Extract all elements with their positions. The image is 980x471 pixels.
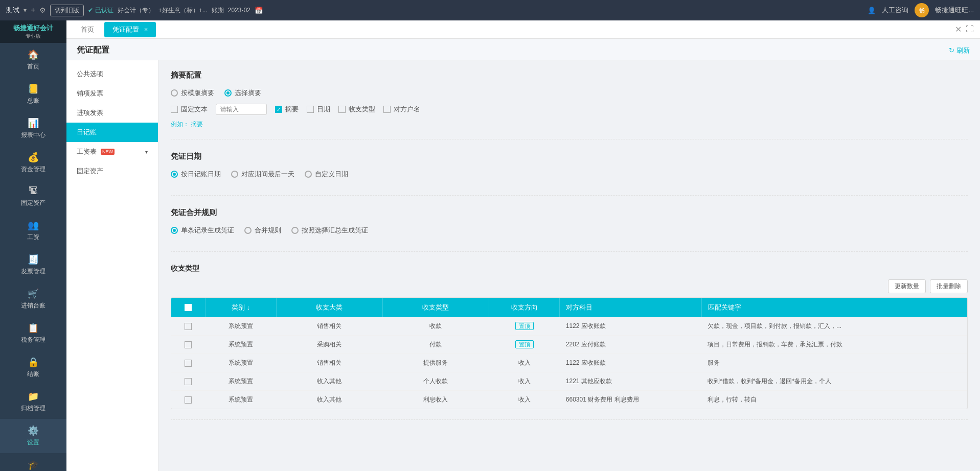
switch-version-button[interactable]: 切到旧版 — [50, 5, 84, 16]
summary-section: 摘要配置 按模版摘要 选择摘要 — [171, 70, 968, 139]
row-bigcategory-2: 销售相关 — [276, 354, 382, 372]
row-checkbox-2[interactable] — [185, 360, 192, 367]
ledger-icon: 📒 — [28, 83, 39, 95]
avatar[interactable]: 畅 — [915, 3, 929, 17]
topbar: 测试 ▾ + ⚙ 切到旧版 ✔ 已认证 好会计（专） +好生意（标）+... 账… — [0, 0, 980, 20]
refresh-button[interactable]: ↻ 刷新 — [949, 46, 970, 55]
left-nav-purchase-invoice-label: 进项发票 — [77, 108, 103, 117]
tab-voucher-config[interactable]: 凭证配置 × — [104, 22, 156, 37]
radio-select-total[interactable]: 按照选择汇总生成凭证 — [291, 226, 368, 235]
refresh-label: 刷新 — [956, 46, 970, 55]
radio-period-last-circle — [231, 171, 238, 178]
row-checkbox-1[interactable] — [185, 341, 192, 348]
example-text: 例如： 摘要 — [171, 120, 968, 129]
checkbox-date-label: 日期 — [317, 105, 330, 114]
tab-voucher-config-label: 凭证配置 — [112, 26, 139, 33]
radio-custom-date-label: 自定义日期 — [315, 170, 348, 179]
company-name: 测试 — [6, 6, 19, 15]
left-nav-item-public[interactable]: 公共选项 — [66, 64, 158, 84]
radio-journal-date[interactable]: 按日记账日期 — [171, 170, 221, 179]
row-account-3: 1221 其他应收款 — [560, 372, 701, 391]
radio-custom-date[interactable]: 自定义日期 — [305, 170, 348, 179]
update-count-button[interactable]: 更新数量 — [888, 279, 926, 293]
sidebar-item-purchase[interactable]: 🛒 进销台账 — [0, 282, 66, 316]
row-checkbox-cell — [171, 317, 206, 336]
content-area: 首页 凭证配置 × ✕ ⛶ 凭证配置 ↻ 刷新 公共选项 — [66, 20, 980, 471]
row-direction-2: 收入 — [489, 354, 560, 372]
row-direction-1: 置顶 — [489, 336, 560, 354]
left-nav-item-fixed-assets-sub[interactable]: 固定资产 — [66, 161, 158, 181]
sidebar-item-closing-label: 结账 — [27, 370, 39, 379]
row-direction-0: 置顶 — [489, 317, 560, 336]
select-all-checkbox[interactable] — [185, 304, 192, 311]
table-row: 系统预置 销售相关 提供服务 收入 1122 应收账款 服务 — [171, 354, 967, 372]
checkbox-fixed-text[interactable]: 固定文本 — [171, 105, 208, 114]
radio-template-summary[interactable]: 按模版摘要 — [171, 88, 214, 98]
radio-single-record[interactable]: 单条记录生成凭证 — [171, 226, 234, 235]
row-checkbox-0[interactable] — [185, 323, 192, 330]
left-nav-item-journal[interactable]: 日记账 — [66, 123, 158, 142]
sidebar-item-home[interactable]: 🏠 首页 — [0, 43, 66, 77]
left-nav-item-purchase-invoice[interactable]: 进项发票 — [66, 103, 158, 123]
sidebar-item-guide[interactable]: 🎓 新手引导 — [0, 453, 66, 471]
gear-icon[interactable]: ⚙ — [39, 6, 46, 14]
sidebar-item-funds-label: 资金管理 — [21, 165, 45, 174]
username: 畅捷通旺旺... — [935, 6, 974, 15]
tab-close-icon[interactable]: × — [144, 26, 148, 33]
chevron-down-icon[interactable]: ▾ — [24, 7, 27, 14]
table-row: 系统预置 收入其他 个人收款 收入 1221 其他应收款 收到*借款，收到*备用… — [171, 372, 967, 391]
batch-delete-button[interactable]: 批量删除 — [930, 279, 968, 293]
checkbox-date[interactable]: 日期 — [307, 105, 330, 114]
row-type-1: 付款 — [382, 336, 489, 354]
window-close-icon[interactable]: ✕ — [955, 25, 962, 34]
radio-template-circle — [171, 89, 178, 97]
row-keywords-3: 收到*借款，收到*备用金，退回*备用金，个人 — [701, 372, 967, 391]
th-bigcategory: 收支大类 — [276, 298, 382, 317]
sidebar-item-reports[interactable]: 📊 报表中心 — [0, 111, 66, 146]
summary-section-title: 摘要配置 — [171, 70, 968, 80]
topbar-left: 测试 ▾ + ⚙ 切到旧版 ✔ 已认证 好会计（专） +好生意（标）+... 账… — [6, 5, 263, 16]
row-checkbox-cell — [171, 372, 206, 391]
sidebar-item-closing[interactable]: 🔒 结账 — [0, 350, 66, 385]
fixed-text-input[interactable] — [216, 104, 267, 115]
reset-badge-0[interactable]: 置顶 — [515, 322, 534, 330]
left-nav: 公共选项 销项发票 进项发票 日记账 工资表 NEW ▾ 固定资产 — [66, 60, 158, 471]
left-nav-item-sales-invoice[interactable]: 销项发票 — [66, 84, 158, 103]
checkbox-counterparty[interactable]: 对方户名 — [383, 105, 420, 114]
sidebar-item-settings[interactable]: ⚙️ 设置 — [0, 419, 66, 453]
radio-select-summary[interactable]: 选择摘要 — [224, 88, 261, 98]
reports-icon: 📊 — [28, 117, 39, 129]
checkbox-counterparty-box — [383, 106, 391, 113]
checkbox-fixed-text-label: 固定文本 — [181, 105, 208, 114]
th-checkbox[interactable] — [171, 298, 206, 317]
checkbox-income-type-box — [338, 106, 346, 113]
table-row: 系统预置 收入其他 利息收入 收入 660301 财务费用 利息费用 利息，行转… — [171, 391, 967, 409]
left-nav-item-payroll-table[interactable]: 工资表 NEW ▾ — [66, 142, 158, 161]
checkbox-summary[interactable]: ✓ 摘要 — [275, 105, 299, 114]
window-expand-icon[interactable]: ⛶ — [966, 25, 974, 34]
sidebar-item-invoice[interactable]: 🧾 发票管理 — [0, 248, 66, 282]
sidebar-item-tax[interactable]: 📋 税务管理 — [0, 316, 66, 350]
row-checkbox-3[interactable] — [185, 378, 192, 385]
table-header-actions: 更新数量 批量删除 — [171, 279, 968, 293]
example-prefix: 例如： — [171, 121, 189, 128]
sidebar-item-archive[interactable]: 📁 归档管理 — [0, 385, 66, 419]
calendar-icon[interactable]: 📅 — [255, 7, 263, 14]
sidebar-item-payroll[interactable]: 👥 工资 — [0, 214, 66, 248]
row-checkbox-4[interactable] — [185, 396, 192, 404]
radio-period-last[interactable]: 对应期间最后一天 — [231, 170, 294, 179]
radio-select-total-circle — [291, 227, 299, 234]
sidebar-item-tax-label: 税务管理 — [21, 336, 45, 344]
add-icon[interactable]: + — [31, 6, 35, 15]
checkbox-income-type[interactable]: 收支类型 — [338, 105, 375, 114]
reset-badge-1[interactable]: 置顶 — [515, 340, 534, 348]
sidebar-item-funds[interactable]: 💰 资金管理 — [0, 146, 66, 180]
sidebar-item-ledger[interactable]: 📒 总账 — [0, 77, 66, 111]
radio-merge-rules[interactable]: 合并规则 — [244, 226, 281, 235]
tab-home[interactable]: 首页 — [73, 22, 102, 37]
row-account-2: 1122 应收账款 — [560, 354, 701, 372]
sidebar-item-fixed-assets[interactable]: 🏗 固定资产 — [0, 180, 66, 214]
support-text[interactable]: 人工咨询 — [882, 6, 908, 15]
merge-section-title: 凭证合并规则 — [171, 208, 968, 218]
left-nav-payroll-table-label: 工资表 — [77, 147, 97, 156]
